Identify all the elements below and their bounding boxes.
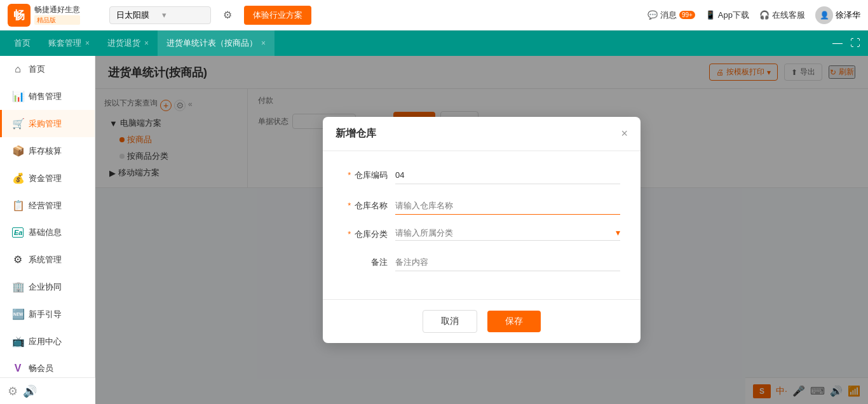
sidebar-item-system-label: 系统管理: [29, 254, 62, 266]
form-item-name: * 仓库名称: [343, 197, 620, 215]
sidebar-bottom-bar: ⚙ 🔊: [0, 377, 95, 404]
sidebar-item-purchase[interactable]: 🛒 采购管理: [0, 110, 95, 137]
online-service-nav-item[interactable]: 🎧 在线客服: [759, 10, 805, 21]
purchase-icon: 🛒: [12, 118, 24, 130]
top-bar: 畅 畅捷通好生意 精品版 日太阳膜 ▾ ⚙ 体验行业方案 💬 消息 99+ 📱 …: [0, 0, 868, 30]
store-name: 日太阳膜: [116, 10, 158, 21]
sidebar-item-apps-label: 应用中心: [29, 336, 62, 347]
cancel-button[interactable]: 取消: [423, 310, 477, 333]
finance-icon: 💰: [12, 172, 24, 184]
sidebar-item-apps[interactable]: 📺 应用中心: [0, 328, 95, 355]
member-icon: V: [12, 363, 24, 374]
basic-icon: Ea: [12, 227, 24, 238]
bottom-settings-icon[interactable]: ⚙: [8, 384, 18, 398]
sidebar-item-home-label: 首页: [29, 64, 45, 75]
logo-icon: 畅: [8, 4, 31, 27]
sidebar-item-operation-label: 经营管理: [29, 200, 62, 212]
save-button[interactable]: 保存: [487, 311, 541, 332]
tab-account-close-icon[interactable]: ×: [85, 39, 90, 48]
try-industry-button[interactable]: 体验行业方案: [244, 6, 311, 25]
name-input[interactable]: [395, 197, 620, 215]
required-icon-category: *: [348, 229, 351, 239]
code-label: * 仓库编码: [343, 170, 388, 181]
category-dropdown-icon[interactable]: ▾: [616, 227, 620, 238]
tab-home[interactable]: 首页: [5, 30, 39, 56]
tab-purchase-return-close-icon[interactable]: ×: [144, 39, 149, 48]
note-input[interactable]: [395, 253, 620, 271]
app-download-nav-item[interactable]: 📱 App下载: [705, 10, 749, 21]
modal-footer: 取消 保存: [323, 299, 641, 343]
name-label: * 仓库名称: [343, 200, 388, 212]
store-selector[interactable]: 日太阳膜 ▾: [109, 6, 211, 24]
sidebar-item-purchase-label: 采购管理: [29, 118, 62, 130]
phone-icon: 📱: [705, 10, 715, 20]
category-input[interactable]: [395, 228, 616, 238]
user-area[interactable]: 👤 徐泽华: [815, 6, 860, 24]
tab-purchase-stats-label: 进货单统计表（按商品）: [166, 37, 257, 49]
system-icon: ⚙: [12, 253, 24, 266]
inventory-icon: 📦: [12, 145, 24, 157]
sidebar-item-system[interactable]: ⚙ 系统管理: [0, 246, 95, 273]
code-input[interactable]: [395, 166, 620, 184]
message-icon: 💬: [648, 10, 658, 20]
tab-bar: 首页 账套管理 × 进货退货 × 进货单统计表（按商品） × — ⛶: [0, 30, 868, 56]
tab-purchase-return[interactable]: 进货退货 ×: [98, 30, 158, 56]
modal-close-icon[interactable]: ×: [621, 127, 628, 140]
sidebar-item-finance[interactable]: 💰 资金管理: [0, 165, 95, 192]
tab-minimize-icon[interactable]: —: [830, 37, 845, 49]
logo-text: 畅捷通好生意 精品版: [34, 5, 80, 25]
sidebar: ⌂ 首页 📊 销售管理 🛒 采购管理 📦 库存核算 💰 资金管理 📋 经营管理 …: [0, 56, 95, 404]
form-item-category: * 仓库分类 ▾: [343, 227, 620, 241]
note-label: 备注: [343, 257, 388, 268]
category-select-wrapper: ▾: [395, 227, 620, 241]
sidebar-item-operation[interactable]: 📋 经营管理: [0, 192, 95, 219]
required-icon-code: *: [348, 170, 351, 180]
sidebar-item-enterprise[interactable]: 🏢 企业协同: [0, 273, 95, 300]
form-item-note: 备注: [343, 253, 620, 271]
enterprise-icon: 🏢: [12, 281, 24, 293]
tab-bar-controls: — ⛶: [830, 37, 863, 49]
modal-body: * 仓库编码 * 仓库名称: [323, 151, 641, 299]
guide-icon: 🆕: [12, 308, 24, 320]
apps-icon: 📺: [12, 335, 24, 347]
top-bar-right: 💬 消息 99+ 📱 App下载 🎧 在线客服 👤 徐泽华: [648, 6, 860, 24]
tab-purchase-stats-close-icon[interactable]: ×: [261, 39, 266, 48]
sidebar-item-home[interactable]: ⌂ 首页: [0, 56, 95, 83]
sidebar-item-inventory-label: 库存核算: [29, 145, 62, 157]
online-service-label: 在线客服: [772, 10, 805, 21]
logo-sub: 精品版: [34, 15, 80, 25]
logo-title: 畅捷通好生意: [34, 5, 80, 15]
modal-header: 新增仓库 ×: [323, 117, 641, 151]
user-name: 徐泽华: [836, 10, 860, 21]
headset-icon: 🎧: [759, 10, 770, 20]
required-icon-name: *: [348, 201, 351, 210]
app-download-label: App下载: [718, 10, 749, 21]
sidebar-item-enterprise-label: 企业协同: [29, 281, 62, 293]
tab-account[interactable]: 账套管理 ×: [39, 30, 98, 56]
sidebar-item-guide-label: 新手引导: [29, 309, 62, 320]
sidebar-item-basic-label: 基础信息: [29, 227, 62, 238]
tab-account-label: 账套管理: [48, 37, 81, 49]
tab-purchase-stats[interactable]: 进货单统计表（按商品） ×: [158, 30, 275, 56]
sidebar-item-basic[interactable]: Ea 基础信息: [0, 219, 95, 246]
sidebar-item-sales-label: 销售管理: [29, 91, 62, 102]
form-item-code: * 仓库编码: [343, 166, 620, 184]
sidebar-item-inventory[interactable]: 📦 库存核算: [0, 137, 95, 165]
sidebar-item-member-label: 畅会员: [29, 363, 53, 374]
message-label: 消息: [660, 10, 677, 21]
tab-expand-icon[interactable]: ⛶: [848, 37, 863, 49]
tab-purchase-return-label: 进货退货: [107, 37, 140, 49]
bottom-sound-icon[interactable]: 🔊: [23, 384, 37, 398]
sidebar-item-sales[interactable]: 📊 销售管理: [0, 83, 95, 110]
main-layout: ⌂ 首页 📊 销售管理 🛒 采购管理 📦 库存核算 💰 资金管理 📋 经营管理 …: [0, 56, 868, 404]
logo-area: 畅 畅捷通好生意 精品版: [8, 4, 103, 27]
tab-home-label: 首页: [14, 37, 31, 49]
modal-new-warehouse: 新增仓库 × * 仓库编码 *: [323, 117, 641, 343]
content-area: 进货单统计(按商品) 🖨 按模板打印 ▾ ⬆ 导出 ↻ 刷新: [95, 56, 868, 404]
avatar: 👤: [815, 6, 833, 24]
sidebar-item-guide[interactable]: 🆕 新手引导: [0, 300, 95, 328]
message-nav-item[interactable]: 💬 消息 99+: [648, 10, 695, 21]
modal-title: 新增仓库: [336, 127, 376, 140]
operation-icon: 📋: [12, 199, 24, 212]
settings-icon[interactable]: ⚙: [217, 5, 238, 25]
